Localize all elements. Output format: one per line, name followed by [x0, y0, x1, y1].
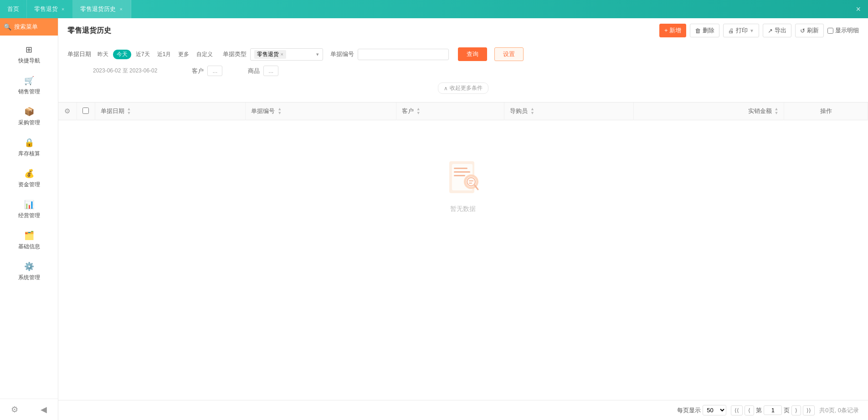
sidebar-search-label: 搜索菜单: [14, 23, 38, 31]
th-customer: 客户 ▲▼: [396, 102, 504, 120]
select-all-checkbox[interactable]: [82, 108, 89, 114]
th-amount: 实销金额 ▲▼: [633, 102, 784, 120]
delete-button[interactable]: 🗑 删除: [690, 24, 719, 37]
export-icon: ↗: [768, 27, 773, 34]
goods-filter-input[interactable]: ...: [263, 66, 278, 76]
page-size-select: 每页显示 10 20 50 100: [677, 405, 726, 415]
new-button-label: + 新增: [664, 26, 681, 35]
page-number-input[interactable]: [764, 405, 782, 415]
date-filter: 单据日期 昨天 今天 近7天 近1月 更多 自定义: [67, 50, 216, 59]
new-button[interactable]: + 新增: [659, 24, 686, 37]
tab-retail-return-close[interactable]: ×: [61, 5, 65, 13]
show-detail-checkbox[interactable]: [827, 28, 833, 34]
print-button[interactable]: 🖨 打印 ▼: [723, 24, 759, 37]
sidebar-item-finance-mgmt[interactable]: 💰 资金管理: [0, 163, 58, 194]
window-close-button[interactable]: ×: [848, 5, 868, 14]
sidebar-search[interactable]: 🔍 搜索菜单: [0, 18, 58, 36]
page-total: 共0页, 0条记录: [819, 406, 859, 415]
page-title-row: 零售退货历史 + 新增 🗑 删除 🖨 打印 ▼ ↗: [67, 24, 859, 37]
customer-filter-input[interactable]: ...: [207, 66, 222, 76]
th-customer-sort[interactable]: ▲▼: [416, 107, 421, 115]
last-page-button[interactable]: ⟩⟩: [803, 405, 815, 415]
tab-home[interactable]: 首页: [0, 0, 27, 18]
top-bar: 首页 零售退货 × 零售退货历史 × ×: [0, 0, 868, 18]
sidebar-item-system-mgmt[interactable]: ⚙️ 系统管理: [0, 256, 58, 287]
sidebar-item-sales-mgmt[interactable]: 🛒 销售管理: [0, 70, 58, 101]
date-opt-more[interactable]: 更多: [175, 50, 192, 59]
svg-rect-10: [469, 183, 472, 184]
goods-filter: 商品 ...: [248, 66, 278, 76]
th-customer-label: 客户: [402, 107, 414, 115]
collapse-button[interactable]: ∧ 收起更多条件: [438, 82, 488, 94]
search-icon: 🔍: [4, 23, 11, 31]
th-date: 单据日期 ▲▼: [95, 102, 246, 120]
date-filter-label: 单据日期: [67, 50, 91, 58]
sidebar-item-quick-nav[interactable]: ⊞ 快捷导航: [0, 39, 58, 70]
svg-rect-3: [454, 171, 470, 173]
tab-list: 首页 零售退货 × 零售退货历史 ×: [0, 0, 848, 18]
print-icon: 🖨: [728, 27, 734, 34]
tab-retail-return-history[interactable]: 零售退货历史 ×: [73, 0, 131, 18]
page-label: 页: [784, 406, 790, 415]
th-amount-label: 实销金额: [748, 107, 772, 115]
first-page-button[interactable]: ⟨⟨: [731, 405, 743, 415]
export-button[interactable]: ↗ 导出: [763, 24, 791, 37]
next-page-button[interactable]: ⟩: [791, 405, 801, 415]
th-amount-sort[interactable]: ▲▼: [775, 107, 779, 115]
prev-page-button[interactable]: ⟨: [745, 405, 754, 415]
number-filter: 单据编号: [330, 49, 449, 60]
collapse-sidebar-icon[interactable]: ◀: [41, 405, 47, 415]
main-layout: 🔍 搜索菜单 ⊞ 快捷导航 🛒 销售管理 📦 采购管理 🔒 库存核算 💰: [0, 18, 868, 420]
sidebar-item-operation-mgmt[interactable]: 📊 经营管理: [0, 194, 58, 225]
show-detail-label[interactable]: 显示明细: [827, 26, 859, 35]
page-chapter-label: 第: [756, 406, 762, 415]
show-detail-text: 显示明细: [835, 26, 859, 35]
date-opt-1month[interactable]: 近1月: [154, 50, 174, 59]
table-area: ⚙ 单据日期 ▲▼ 单据编号: [58, 102, 868, 400]
number-filter-input[interactable]: [358, 49, 449, 60]
query-button[interactable]: 查询: [458, 47, 487, 61]
settings-bottom-icon[interactable]: ⚙: [11, 405, 18, 415]
th-date-sort[interactable]: ▲▼: [127, 107, 131, 115]
tab-retail-return[interactable]: 零售退货 ×: [27, 0, 73, 18]
finance-icon: 💰: [24, 169, 34, 179]
page-size-dropdown[interactable]: 10 20 50 100: [703, 405, 726, 415]
type-filter-arrow: ▾: [316, 51, 319, 57]
collapse-button-label: 收起更多条件: [450, 84, 483, 92]
date-opt-yesterday[interactable]: 昨天: [95, 50, 111, 59]
refresh-button[interactable]: ↺ 刷新: [795, 24, 824, 37]
toolbar: + 新增 🗑 删除 🖨 打印 ▼ ↗ 导出: [659, 24, 859, 37]
sidebar: 🔍 搜索菜单 ⊞ 快捷导航 🛒 销售管理 📦 采购管理 🔒 库存核算 💰: [0, 18, 58, 420]
system-icon: ⚙️: [24, 261, 34, 271]
type-filter-tag-close[interactable]: ×: [280, 51, 283, 57]
sidebar-item-sales-label: 销售管理: [18, 88, 40, 96]
sidebar-items: ⊞ 快捷导航 🛒 销售管理 📦 采购管理 🔒 库存核算 💰 资金管理 📊: [0, 36, 58, 399]
sidebar-item-operation-label: 经营管理: [18, 212, 40, 220]
tab-retail-return-history-close[interactable]: ×: [118, 5, 123, 13]
sidebar-item-finance-label: 资金管理: [18, 181, 40, 189]
number-filter-label: 单据编号: [330, 50, 354, 58]
collapse-row: ∧ 收起更多条件: [67, 81, 859, 97]
settings-query-button[interactable]: 设置: [494, 47, 524, 61]
type-filter-select[interactable]: 零售退货 × ▾: [250, 48, 323, 61]
sidebar-item-basic-info-label: 基础信息: [18, 243, 40, 251]
date-range-value: 2023-06-02 至 2023-06-02: [93, 67, 157, 75]
column-settings-icon[interactable]: ⚙: [64, 107, 70, 115]
sidebar-item-purchase-label: 采购管理: [18, 119, 40, 127]
date-opt-today[interactable]: 今天: [113, 50, 131, 59]
refresh-button-label: 刷新: [807, 26, 819, 35]
sidebar-item-inventory[interactable]: 🔒 库存核算: [0, 132, 58, 163]
th-guide-sort[interactable]: ▲▼: [530, 107, 534, 115]
th-number-sort[interactable]: ▲▼: [277, 107, 282, 115]
table-header: ⚙ 单据日期 ▲▼ 单据编号: [58, 102, 868, 120]
sidebar-item-purchase-mgmt[interactable]: 📦 采购管理: [0, 101, 58, 132]
export-button-label: 导出: [775, 26, 786, 35]
basic-info-icon: 🗂️: [24, 230, 34, 241]
date-opt-7days[interactable]: 近7天: [133, 50, 153, 59]
refresh-icon: ↺: [800, 27, 805, 34]
sidebar-item-basic-info[interactable]: 🗂️ 基础信息: [0, 225, 58, 256]
date-opt-custom[interactable]: 自定义: [194, 50, 216, 59]
empty-state: 暂无数据: [58, 120, 868, 250]
sidebar-bottom: ⚙ ◀: [0, 399, 58, 420]
sidebar-item-inventory-label: 库存核算: [18, 150, 40, 158]
